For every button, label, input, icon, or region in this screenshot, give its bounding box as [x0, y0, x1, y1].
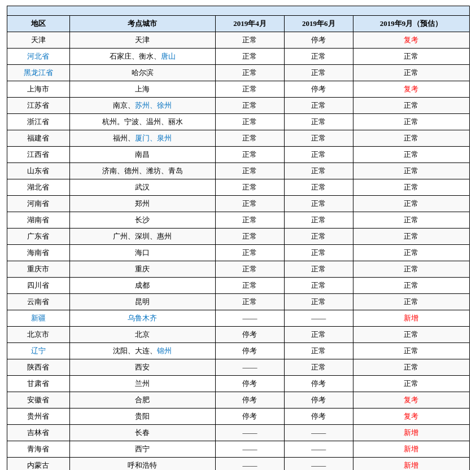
jun-cell: 正常 [284, 98, 353, 114]
jun-cell: 正常 [284, 229, 353, 245]
area-cell: 浙江省 [7, 114, 69, 130]
jun-cell: 正常 [284, 212, 353, 229]
sep-cell: 正常 [353, 229, 469, 245]
apr-cell: 正常 [216, 32, 285, 49]
sep-cell: 正常 [353, 179, 469, 196]
table-row: 湖北省武汉正常正常正常 [7, 179, 469, 196]
table-row: 四川省成都正常正常正常 [7, 278, 469, 294]
table-container: 地区考点城市2019年4月2019年6月2019年9月（预估） 天津天津正常停考… [7, 6, 470, 470]
area-cell: 辽宁 [7, 343, 69, 359]
sep-cell: 正常 [353, 147, 469, 163]
table-row: 甘肃省兰州停考停考正常 [7, 376, 469, 392]
cities-cell: 沈阳、大连、锦州 [69, 343, 215, 359]
sep-cell: 正常 [353, 196, 469, 212]
jun-cell: 正常 [284, 49, 353, 65]
cities-cell: 重庆 [69, 261, 215, 278]
table-row: 陕西省西安——正常正常 [7, 359, 469, 376]
cities-cell: 海口 [69, 245, 215, 261]
area-cell: 上海市 [7, 81, 69, 98]
table-title [7, 6, 470, 15]
cities-cell: 天津 [69, 32, 215, 49]
cities-cell: 哈尔滨 [69, 65, 215, 81]
area-cell: 江西省 [7, 147, 69, 163]
table-row: 云南省昆明正常正常正常 [7, 294, 469, 310]
cities-cell: 南昌 [69, 147, 215, 163]
table-row: 吉林省长春————新增 [7, 425, 469, 441]
table-row: 上海市上海正常停考复考 [7, 81, 469, 98]
sep-cell: 正常 [353, 212, 469, 229]
area-cell: 新疆 [7, 310, 69, 327]
table-row: 江苏省南京、苏州、徐州正常正常正常 [7, 98, 469, 114]
apr-cell: —— [216, 425, 285, 441]
jun-cell: 正常 [284, 147, 353, 163]
apr-cell: 正常 [216, 81, 285, 98]
sep-cell: 正常 [353, 359, 469, 376]
area-cell: 四川省 [7, 278, 69, 294]
apr-cell: 正常 [216, 98, 285, 114]
area-cell: 福建省 [7, 130, 69, 147]
cities-cell: 呼和浩特 [69, 458, 215, 471]
area-cell: 青海省 [7, 441, 69, 458]
apr-cell: 正常 [216, 49, 285, 65]
cities-cell: 武汉 [69, 179, 215, 196]
table-row: 安徽省合肥停考停考复考 [7, 392, 469, 408]
cities-cell: 昆明 [69, 294, 215, 310]
jun-cell: —— [284, 425, 353, 441]
area-cell: 贵州省 [7, 408, 69, 425]
table-row: 广东省广州、深圳、惠州正常正常正常 [7, 229, 469, 245]
area-cell: 广东省 [7, 229, 69, 245]
area-cell: 天津 [7, 32, 69, 49]
cities-cell: 长沙 [69, 212, 215, 229]
cities-cell: 合肥 [69, 392, 215, 408]
table-row: 北京市北京停考正常正常 [7, 327, 469, 343]
apr-cell: 正常 [216, 278, 285, 294]
sep-cell: 新增 [353, 441, 469, 458]
apr-cell: 正常 [216, 114, 285, 130]
sep-cell: 复考 [353, 408, 469, 425]
sep-cell: 新增 [353, 425, 469, 441]
area-cell: 湖南省 [7, 212, 69, 229]
jun-cell: 正常 [284, 65, 353, 81]
table-row: 福建省福州、厦门、泉州正常正常正常 [7, 130, 469, 147]
sep-cell: 正常 [353, 376, 469, 392]
apr-cell: 正常 [216, 212, 285, 229]
sep-cell: 正常 [353, 114, 469, 130]
jun-cell: 正常 [284, 163, 353, 179]
table-row: 新疆乌鲁木齐————新增 [7, 310, 469, 327]
exam-table: 地区考点城市2019年4月2019年6月2019年9月（预估） 天津天津正常停考… [7, 6, 470, 470]
cities-cell: 上海 [69, 81, 215, 98]
column-header: 2019年6月 [284, 16, 353, 32]
apr-cell: —— [216, 441, 285, 458]
cities-cell: 福州、厦门、泉州 [69, 130, 215, 147]
jun-cell: 正常 [284, 359, 353, 376]
apr-cell: —— [216, 458, 285, 471]
sep-cell: 正常 [353, 278, 469, 294]
sep-cell: 正常 [353, 261, 469, 278]
apr-cell: —— [216, 310, 285, 327]
column-header: 地区 [7, 16, 69, 32]
apr-cell: 停考 [216, 343, 285, 359]
sep-cell: 正常 [353, 245, 469, 261]
jun-cell: 停考 [284, 392, 353, 408]
cities-cell: 石家庄、衡水、唐山 [69, 49, 215, 65]
area-cell: 江苏省 [7, 98, 69, 114]
table-row: 河北省石家庄、衡水、唐山正常正常正常 [7, 49, 469, 65]
table-row: 黑龙江省哈尔滨正常正常正常 [7, 65, 469, 81]
area-cell: 陕西省 [7, 359, 69, 376]
table-row: 山东省济南、德州、潍坊、青岛正常正常正常 [7, 163, 469, 179]
table-row: 辽宁沈阳、大连、锦州停考正常正常 [7, 343, 469, 359]
table-row: 河南省郑州正常正常正常 [7, 196, 469, 212]
apr-cell: 停考 [216, 392, 285, 408]
jun-cell: 正常 [284, 278, 353, 294]
cities-cell: 南京、苏州、徐州 [69, 98, 215, 114]
apr-cell: 正常 [216, 179, 285, 196]
table-row: 海南省海口正常正常正常 [7, 245, 469, 261]
jun-cell: 正常 [284, 130, 353, 147]
column-header: 2019年9月（预估） [353, 16, 469, 32]
cities-cell: 贵阳 [69, 408, 215, 425]
jun-cell: 停考 [284, 32, 353, 49]
sep-cell: 正常 [353, 294, 469, 310]
cities-cell: 西安 [69, 359, 215, 376]
sep-cell: 新增 [353, 458, 469, 471]
header-row: 地区考点城市2019年4月2019年6月2019年9月（预估） [7, 16, 469, 32]
